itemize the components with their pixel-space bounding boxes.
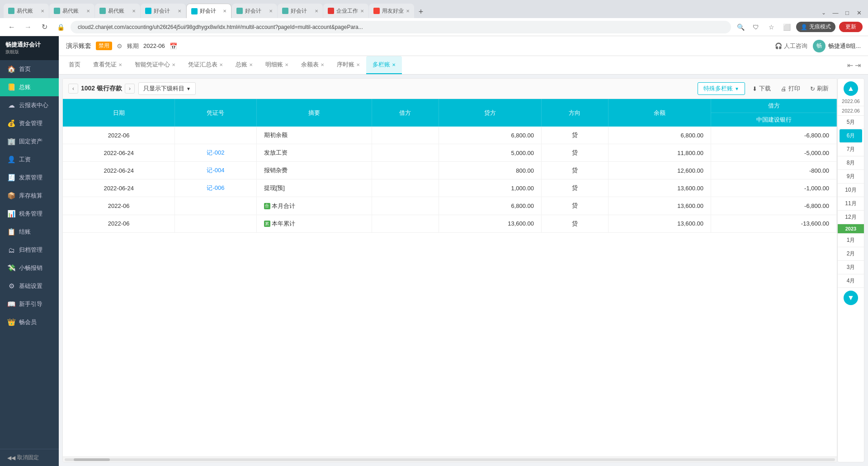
cal-month-may[interactable]: 5月 — [838, 116, 864, 129]
tab-view-voucher[interactable]: 查看凭证 ✕ — [87, 56, 128, 74]
extension-icon[interactable]: ⬜ — [781, 21, 793, 33]
cal-month-november[interactable]: 11月 — [838, 197, 864, 211]
new-tab-button[interactable]: + — [415, 5, 427, 18]
tab-close-icon[interactable]: ✕ — [219, 62, 223, 67]
sidebar-item-guide[interactable]: 📖 新手引导 — [0, 295, 59, 313]
sidebar-footer[interactable]: ◀◀ 取消固定 — [0, 449, 59, 466]
tab-close-icon[interactable]: ✕ — [321, 62, 324, 67]
search-icon[interactable]: 🔍 — [735, 21, 746, 33]
tab-detail-ledger[interactable]: 明细账 ✕ — [259, 56, 295, 74]
tab-close-icon[interactable]: ✕ — [356, 62, 360, 67]
cal-month-september[interactable]: 9月 — [838, 170, 864, 184]
sidebar-item-ledger[interactable]: 📒 总账 — [0, 78, 59, 96]
cal-month-july[interactable]: 7月 — [838, 143, 864, 156]
prev-account-button[interactable]: ‹ — [68, 84, 78, 94]
sidebar-item-invoice[interactable]: 🧾 发票管理 — [0, 169, 59, 187]
cal-up-button[interactable]: ▲ — [844, 81, 858, 96]
tab-home[interactable]: 首页 — [62, 56, 87, 74]
star-icon[interactable]: ☆ — [765, 21, 777, 33]
refresh-button[interactable]: ↻ — [38, 21, 51, 33]
tab-close[interactable]: ✕ — [360, 9, 364, 14]
cal-month-feb[interactable]: 2月 — [838, 247, 864, 261]
tab-close-icon[interactable]: ✕ — [118, 62, 122, 67]
shield-icon[interactable]: 🛡 — [750, 21, 762, 33]
sidebar-item-home[interactable]: 🏠 首页 — [0, 60, 59, 78]
filter-dropdown[interactable]: 只显示下级科目 ▼ — [138, 82, 196, 95]
tab-close[interactable]: ✕ — [269, 9, 273, 14]
url-box[interactable]: cloud2.chanjet.com/accounting/uh26t264j5… — [71, 21, 731, 33]
tab-close[interactable]: ✕ — [223, 9, 226, 14]
tab-close[interactable]: ✕ — [315, 9, 318, 14]
tab-voucher-summary[interactable]: 凭证汇总表 ✕ — [182, 56, 229, 74]
sidebar-item-tax[interactable]: 📊 税务管理 — [0, 205, 59, 223]
download-button[interactable]: ⬇ 下载 — [750, 83, 774, 94]
wuhen-mode-button[interactable]: 👤 无痕模式 — [796, 22, 835, 32]
user-info[interactable]: 畅 畅捷通B组... — [813, 40, 861, 52]
sidebar-item-member[interactable]: 👑 畅会员 — [0, 313, 59, 331]
sidebar-item-assets[interactable]: 🏢 固定资产 — [0, 132, 59, 151]
sidebar-item-settings[interactable]: ⚙ 基础设置 — [0, 277, 59, 295]
tab-close-icon[interactable]: ✕ — [285, 62, 288, 67]
update-button[interactable]: 更新 — [839, 22, 863, 32]
main-content: 演示账套 禁用 ⚙ 账期 2022-06 📅 🎧 人工咨询 畅 畅捷通B组...… — [59, 36, 868, 466]
ledger-icon: 📒 — [7, 83, 15, 91]
tab-multi-column[interactable]: 多栏账 ✕ — [366, 56, 402, 74]
sidebar-item-cloud[interactable]: ☁ 云报表中心 — [0, 96, 59, 114]
browser-tab-7[interactable]: 好会计 ✕ — [278, 4, 323, 18]
home-button[interactable]: 🔒 — [54, 21, 67, 33]
browser-tab-6[interactable]: 好会计 ✕ — [232, 4, 277, 18]
cell-voucher[interactable]: 记-006 — [175, 179, 256, 197]
tab-close-icon[interactable]: ✕ — [249, 62, 253, 67]
browser-tab-9[interactable]: 用友好业 ✕ — [369, 4, 414, 18]
browser-tab-3[interactable]: 易代账 ✕ — [95, 4, 140, 18]
tab-sequence[interactable]: 序时账 ✕ — [330, 56, 366, 74]
cal-month-october[interactable]: 10月 — [838, 184, 864, 197]
cal-month-december[interactable]: 12月 — [838, 211, 864, 224]
tab-close-icon[interactable]: ✕ — [172, 62, 175, 67]
cal-month-jan[interactable]: 1月 — [838, 234, 864, 247]
next-account-button[interactable]: › — [125, 84, 135, 94]
tab-close[interactable]: ✕ — [86, 9, 90, 14]
cal-month-august[interactable]: 8月 — [838, 156, 864, 170]
print-button[interactable]: 🖨 打印 — [778, 83, 803, 94]
tab-close[interactable]: ✕ — [132, 9, 136, 14]
minimize-button[interactable]: — — [830, 7, 841, 18]
tab-close-icon[interactable]: ✕ — [392, 62, 396, 67]
sidebar-item-salary[interactable]: 👤 工资 — [0, 151, 59, 169]
browser-tab-4[interactable]: 好会计 ✕ — [141, 4, 186, 18]
cal-month-june[interactable]: 6月 — [840, 129, 862, 143]
cal-month-mar[interactable]: 3月 — [838, 261, 864, 274]
close-button[interactable]: ✕ — [854, 7, 864, 18]
sidebar-item-expense[interactable]: 💸 小畅报销 — [0, 259, 59, 277]
special-multicolumn-button[interactable]: 特殊多栏账 ▼ — [698, 82, 745, 95]
consult-button[interactable]: 🎧 人工咨询 — [775, 42, 807, 50]
calendar-icon[interactable]: 📅 — [170, 42, 177, 50]
maximize-button[interactable]: □ — [842, 7, 853, 18]
sidebar-item-inventory[interactable]: 📦 库存核算 — [0, 187, 59, 205]
cal-down-button[interactable]: ▼ — [844, 291, 858, 305]
tab-balance[interactable]: 余额表 ✕ — [295, 56, 330, 74]
sidebar-item-close[interactable]: 📋 结账 — [0, 223, 59, 241]
tab-close[interactable]: ✕ — [41, 9, 44, 14]
sidebar-item-archive[interactable]: 🗂 归档管理 — [0, 241, 59, 259]
tab-close[interactable]: ✕ — [406, 9, 410, 14]
sidebar-item-funds[interactable]: 💰 资金管理 — [0, 114, 59, 132]
forward-button[interactable]: → — [22, 21, 34, 33]
browser-tab-8[interactable]: 企业工作 ✕ — [323, 4, 368, 18]
settings-gear-icon[interactable]: ⚙ — [117, 42, 123, 50]
refresh-ledger-button[interactable]: ↻ 刷新 — [807, 83, 831, 94]
cell-voucher[interactable]: 记-004 — [175, 162, 256, 179]
back-button[interactable]: ← — [5, 21, 18, 33]
cell-voucher[interactable]: 记-002 — [175, 144, 256, 162]
browser-tab-2[interactable]: 易代账 ✕ — [49, 4, 94, 18]
tab-collapse-button[interactable]: ⇤ ⇥ — [844, 56, 864, 74]
chevron-down-icon: ▼ — [186, 86, 191, 91]
horizontal-scrollbar[interactable] — [63, 457, 837, 462]
browser-tab-5-active[interactable]: 好会计 ✕ — [186, 4, 231, 18]
cal-month-apr[interactable]: 4月 — [838, 274, 864, 288]
tab-general-ledger[interactable]: 总账 ✕ — [229, 56, 259, 74]
tab-smart-voucher[interactable]: 智能凭证中心 ✕ — [128, 56, 182, 74]
tab-close[interactable]: ✕ — [178, 9, 181, 14]
tab-list-button[interactable]: ⌄ — [818, 7, 829, 18]
browser-tab-1[interactable]: 易代账 ✕ — [4, 4, 49, 18]
